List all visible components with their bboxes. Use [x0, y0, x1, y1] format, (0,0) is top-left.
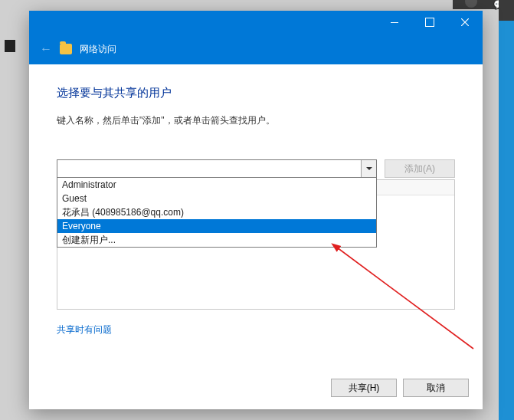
page-heading: 选择要与其共享的用户 — [57, 86, 455, 100]
dialog-footer: 共享(H) 取消 — [29, 368, 483, 409]
dialog-header: ← 网络访问 — [29, 34, 483, 64]
background-tool-icon — [5, 40, 15, 52]
add-button[interactable]: 添加(A) — [385, 159, 455, 178]
window-title: 网络访问 — [80, 43, 116, 56]
user-combobox[interactable] — [57, 159, 377, 178]
dropdown-item-user-email[interactable]: 花承昌 (408985186@qq.com) — [57, 205, 376, 219]
dropdown-toggle[interactable] — [361, 160, 376, 177]
troubleshoot-link[interactable]: 共享时有问题 — [57, 323, 455, 336]
titlebar — [29, 11, 483, 34]
avatar — [465, 0, 477, 8]
dropdown-item-guest[interactable]: Guest — [57, 192, 376, 205]
folder-icon — [60, 44, 72, 54]
maximize-button[interactable] — [412, 11, 447, 34]
dialog-content: 选择要与其共享的用户 键入名称，然后单击"添加"，或者单击箭头查找用户。 Adm… — [29, 64, 483, 368]
user-input[interactable] — [57, 160, 361, 177]
dropdown-item-administrator[interactable]: Administrator — [57, 178, 376, 192]
share-button[interactable]: 共享(H) — [331, 379, 397, 397]
instruction-text: 键入名称，然后单击"添加"，或者单击箭头查找用户。 — [57, 114, 455, 127]
desktop-background-strip — [499, 0, 514, 420]
close-button[interactable] — [447, 11, 483, 34]
user-input-row: Administrator Guest 花承昌 (408985186@qq.co… — [57, 159, 455, 178]
back-arrow-icon: ← — [40, 42, 52, 56]
network-access-dialog: ← 网络访问 选择要与其共享的用户 键入名称，然后单击"添加"，或者单击箭头查找… — [29, 11, 483, 409]
minimize-button[interactable] — [377, 11, 412, 34]
user-dropdown: Administrator Guest 花承昌 (408985186@qq.co… — [57, 177, 377, 248]
cancel-button[interactable]: 取消 — [403, 379, 469, 397]
dropdown-item-create-user[interactable]: 创建新用户... — [57, 233, 376, 247]
user-combo-wrap: Administrator Guest 花承昌 (408985186@qq.co… — [57, 159, 377, 178]
dropdown-item-everyone[interactable]: Everyone — [57, 219, 376, 233]
